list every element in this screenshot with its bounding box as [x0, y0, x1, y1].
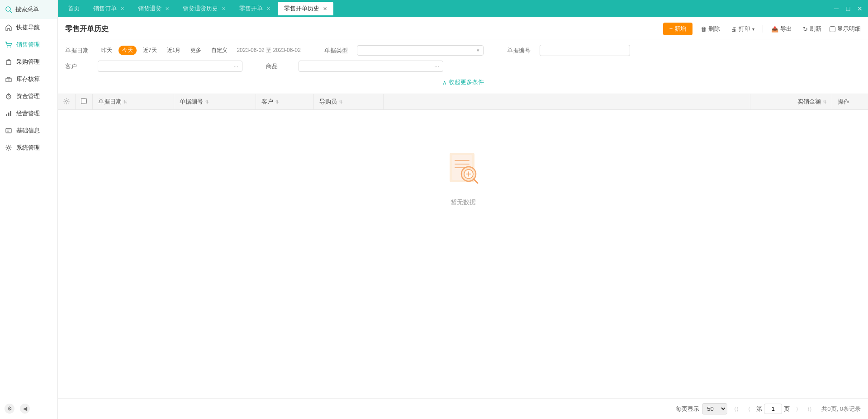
sidebar-label-finance: 资金管理 [16, 92, 40, 100]
select-all-checkbox[interactable] [81, 98, 87, 104]
info-icon [5, 127, 13, 135]
sidebar-label-basic-info: 基础信息 [16, 127, 40, 135]
search-btn[interactable]: 搜索采单 [0, 0, 57, 19]
tab-retail-open-history-close[interactable]: ✕ [323, 6, 327, 12]
filter-row-2: 客户 ··· 商品 ··· [65, 61, 861, 72]
search-label: 搜索采单 [15, 5, 39, 14]
close-btn[interactable]: ✕ [855, 4, 864, 13]
sidebar-item-basic-info[interactable]: 基础信息 [0, 122, 57, 139]
show-detail-toggle[interactable]: 显示明细 [830, 25, 861, 33]
th-salesperson[interactable]: 导购员 ⇅ [313, 94, 383, 110]
th-settings[interactable] [58, 94, 76, 110]
type-select[interactable]: ▾ [357, 45, 484, 56]
svg-rect-11 [6, 128, 11, 133]
th-amount[interactable]: 实销金额 ⇅ [750, 94, 832, 110]
date-more-btn[interactable]: 更多 [187, 46, 205, 55]
tab-sales-return-history[interactable]: 销货退货历史 ✕ [176, 2, 232, 15]
print-button[interactable]: 🖨 打印 ▾ [728, 23, 757, 35]
sidebar-label-inventory: 库存核算 [16, 75, 40, 83]
sidebar-item-sys-mgmt[interactable]: 系统管理 [0, 139, 57, 156]
date-yesterday-btn[interactable]: 昨天 [98, 46, 116, 55]
svg-point-14 [8, 147, 10, 149]
print-icon: 🖨 [731, 26, 737, 33]
page-label: 第 [756, 405, 762, 413]
number-filter-input[interactable] [540, 45, 630, 56]
sidebar-bottom: ⚙ ◀ [0, 398, 57, 419]
sidebar-label-sys-mgmt: 系统管理 [16, 144, 40, 152]
page-number-input[interactable] [764, 404, 782, 414]
minimize-btn[interactable]: ─ [832, 4, 841, 13]
date-today-btn[interactable]: 今天 [119, 46, 137, 55]
page-prev-btn[interactable]: ⟨ [744, 404, 754, 414]
collapse-icon: ∧ [442, 79, 447, 86]
collapse-sidebar-icon[interactable]: ◀ [20, 404, 30, 414]
data-table: 单据日期 ⇅ 单据编号 ⇅ 客户 [58, 94, 868, 110]
collapse-label: 收起更多条件 [449, 78, 484, 86]
export-icon: 📤 [771, 26, 778, 33]
th-date[interactable]: 单据日期 ⇅ [93, 94, 174, 110]
sidebar-item-inventory[interactable]: 库存核算 [0, 71, 57, 88]
tab-home[interactable]: 首页 [62, 2, 86, 15]
delete-button[interactable]: 🗑 删除 [698, 23, 723, 35]
sidebar-label-purchase-mgmt: 采购管理 [16, 58, 40, 66]
gear-icon [5, 144, 13, 152]
type-filter-label: 单据类型 [324, 47, 351, 55]
pagination: 每页显示 10 20 50 100 ⟨⟨ ⟨ 第 页 ⟩ ⟩⟩ 共0页, 0条记… [58, 398, 868, 419]
refresh-button[interactable]: ↻ 刷新 [800, 23, 824, 35]
svg-point-15 [66, 100, 67, 102]
pagination-nav: ⟨⟨ ⟨ 第 页 ⟩ ⟩⟩ [731, 404, 815, 414]
svg-point-3 [10, 47, 11, 47]
tab-retail-open-close[interactable]: ✕ [266, 6, 270, 12]
add-button[interactable]: + 新增 [663, 23, 693, 35]
tab-sales-return-close[interactable]: ✕ [165, 6, 169, 12]
page-next-btn[interactable]: ⟩ [792, 404, 802, 414]
show-detail-label: 显示明细 [837, 25, 861, 33]
export-button[interactable]: 📤 导出 [768, 23, 795, 35]
tab-home-label: 首页 [68, 5, 80, 13]
search-icon [5, 5, 13, 14]
sidebar-item-purchase-mgmt[interactable]: 采购管理 [0, 53, 57, 71]
settings-bottom-icon[interactable]: ⚙ [5, 404, 14, 414]
number-filter-label: 单据编号 [507, 47, 534, 55]
goods-more-icon[interactable]: ··· [434, 63, 439, 70]
date-custom-btn[interactable]: 自定义 [208, 46, 231, 55]
goods-filter-label: 商品 [266, 62, 293, 71]
type-select-chevron: ▾ [477, 47, 479, 53]
page-title: 零售开单历史 [65, 24, 663, 34]
date-1month-btn[interactable]: 近1月 [163, 46, 185, 55]
sidebar-label-quick-nav: 快捷导航 [16, 24, 40, 32]
svg-rect-4 [6, 61, 11, 65]
tab-retail-open[interactable]: 零售开单 ✕ [233, 2, 277, 15]
bag-icon [5, 58, 13, 66]
per-page-select[interactable]: 10 20 50 100 [702, 403, 727, 414]
tab-retail-open-label: 零售开单 [239, 5, 263, 13]
th-customer[interactable]: 客户 ⇅ [256, 94, 313, 110]
filter-row-1: 单据日期 昨天 今天 近7天 近1月 更多 自定义 2023-06-02 至 2… [65, 45, 861, 56]
tab-sales-order[interactable]: 销售订单 ✕ [87, 2, 131, 15]
toolbar: + 新增 🗑 删除 🖨 打印 ▾ 📤 导出 ↻ 刷新 [663, 23, 861, 35]
chart-icon [5, 109, 13, 118]
show-detail-checkbox[interactable] [830, 26, 835, 32]
tab-retail-open-history[interactable]: 零售开单历史 ✕ [278, 2, 333, 15]
sort-date-icon: ⇅ [123, 99, 127, 104]
tab-sales-return-history-close[interactable]: ✕ [222, 6, 226, 12]
page-last-btn[interactable]: ⟩⟩ [804, 404, 815, 414]
customer-select[interactable]: ··· [98, 61, 242, 72]
date-shortcuts-group: 昨天 今天 近7天 近1月 更多 自定义 2023-06-02 至 2023-0… [98, 46, 301, 55]
page-first-btn[interactable]: ⟨⟨ [731, 404, 742, 414]
customer-more-icon[interactable]: ··· [233, 63, 238, 70]
delete-icon: 🗑 [701, 26, 707, 33]
sidebar-item-sales-mgmt[interactable]: 销售管理 [0, 36, 57, 53]
collapse-more-btn[interactable]: ∧ 收起更多条件 [65, 76, 861, 88]
sidebar-item-finance[interactable]: 资金管理 [0, 88, 57, 105]
th-checkbox[interactable] [76, 94, 93, 110]
sidebar-item-quick-nav[interactable]: 快捷导航 [0, 19, 57, 36]
date-7days-btn[interactable]: 近7天 [139, 46, 161, 55]
th-number[interactable]: 单据编号 ⇅ [174, 94, 256, 110]
maximize-btn[interactable]: □ [844, 4, 853, 13]
goods-select[interactable]: ··· [299, 61, 443, 72]
tab-sales-return[interactable]: 销货退货 ✕ [132, 2, 175, 15]
tab-sales-order-close[interactable]: ✕ [120, 6, 124, 12]
sidebar-item-operations[interactable]: 经营管理 [0, 105, 57, 122]
page-suffix: 页 [784, 405, 790, 413]
